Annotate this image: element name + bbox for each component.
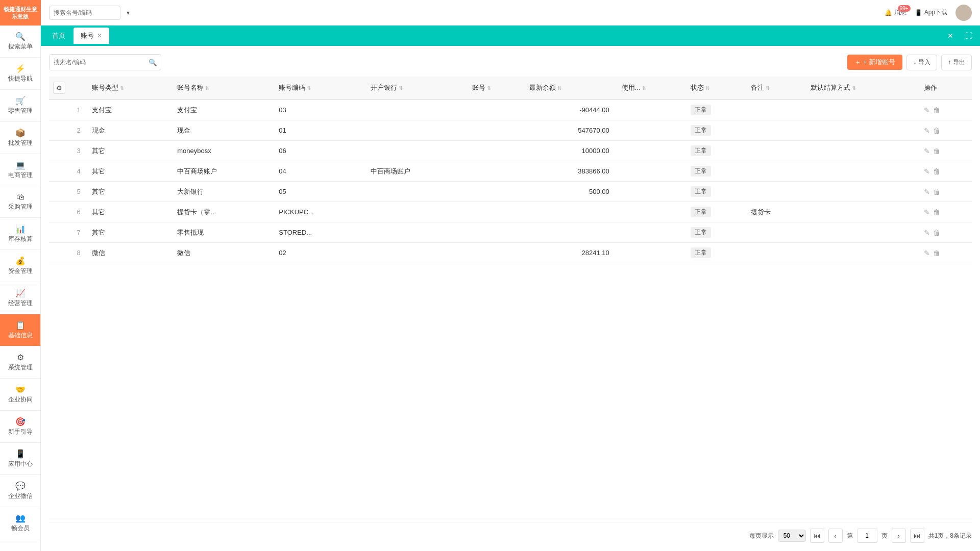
col-usage-sort[interactable]: 使用... ⇅ [622,83,682,92]
delete-icon-6[interactable]: 🗑 [933,229,940,237]
col-remark-label: 备注 [751,83,764,92]
sidebar-item-4[interactable]: 💻电商管理 [0,154,40,186]
delete-icon-1[interactable]: 🗑 [933,127,940,135]
delete-icon-3[interactable]: 🗑 [933,167,940,176]
add-account-button[interactable]: ＋ + 新增账号 [847,55,902,70]
sidebar-item-11[interactable]: 🤝企业协同 [0,379,40,411]
status-badge-2: 正常 [691,145,711,156]
sidebar-item-5[interactable]: 🛍采购管理 [0,186,40,218]
cell-name-4: 大新银行 [173,182,275,202]
sort-icon-type: ⇅ [120,85,124,91]
top-search-input[interactable] [49,6,120,20]
sidebar-item-6[interactable]: 📊库存核算 [0,218,40,250]
bell-icon: 🔔 [885,9,892,16]
delete-icon-0[interactable]: 🗑 [933,106,940,114]
col-name-label: 账号名称 [177,83,204,92]
col-bank-sort[interactable]: 开户银行 ⇅ [371,83,464,92]
accounts-table: ⚙ 账号类型 ⇅ 账号名称 ⇅ [49,77,972,263]
cell-settlement-4 [806,182,920,202]
sidebar-item-10[interactable]: ⚙系统管理 [0,346,40,379]
sidebar-item-12[interactable]: 🎯新手引导 [0,411,40,443]
tab-0[interactable]: 首页 [45,28,72,43]
edit-icon-3[interactable]: ✎ [924,167,930,176]
sidebar-icon-6: 📊 [2,224,38,234]
sidebar-item-3[interactable]: 📦批发管理 [0,122,40,154]
search-button[interactable]: 🔍 [144,54,161,70]
last-page-button[interactable]: ⏭ [910,529,924,543]
sidebar-item-8[interactable]: 📈经营管理 [0,282,40,314]
import-button[interactable]: ↓ 导入 [906,55,937,70]
sidebar-icon-2: 🛒 [2,96,38,106]
delete-icon-5[interactable]: 🗑 [933,208,940,216]
edit-icon-1[interactable]: ✎ [924,127,930,135]
delete-icon-2[interactable]: 🗑 [933,147,940,155]
col-status-sort[interactable]: 状态 ⇅ [691,83,743,92]
maximize-icon[interactable]: ⛶ [962,29,976,43]
sidebar-item-9[interactable]: 📋基础信息 [0,314,40,346]
sidebar-item-0[interactable]: 🔍搜索菜单 [0,26,40,58]
col-account-sort[interactable]: 账号 ⇅ [472,83,521,92]
sidebar-item-7[interactable]: 💰资金管理 [0,250,40,282]
edit-icon-4[interactable]: ✎ [924,188,930,196]
close-tab-icon[interactable]: ✕ [943,29,958,43]
cell-bank-2 [366,141,468,161]
cell-name-5: 提货卡（零... [173,202,275,222]
col-settlement-sort[interactable]: 默认结算方式 ⇅ [811,83,916,92]
delete-icon-7[interactable]: 🗑 [933,249,940,257]
col-type-sort[interactable]: 账号类型 ⇅ [92,83,169,92]
col-remark-sort[interactable]: 备注 ⇅ [751,83,802,92]
cell-settlement-0 [806,99,920,120]
cell-usage-3 [618,161,687,182]
col-name-sort[interactable]: 账号名称 ⇅ [177,83,271,92]
account-search-input[interactable] [50,55,144,70]
cell-actions-0: ✎ 🗑 [920,99,972,120]
first-page-button[interactable]: ⏮ [810,529,824,543]
export-button[interactable]: ↑ 导出 [941,55,972,70]
sidebar-item-2[interactable]: 🛒零售管理 [0,90,40,122]
edit-icon-5[interactable]: ✎ [924,208,930,216]
next-page-button[interactable]: › [892,529,906,543]
edit-icon-7[interactable]: ✎ [924,249,930,257]
prev-page-button[interactable]: ‹ [828,529,843,543]
page-number-input[interactable] [857,529,877,543]
user-avatar[interactable] [955,5,972,21]
cell-name-0: 支付宝 [173,99,275,120]
cell-type-2: 其它 [88,141,173,161]
status-badge-6: 正常 [691,227,711,238]
messages-button[interactable]: 🔔 消息 99+ [885,8,906,17]
edit-icon-2[interactable]: ✎ [924,147,930,155]
sort-icon-account: ⇅ [487,85,491,91]
cell-account-5 [468,202,525,222]
sidebar-item-1[interactable]: ⚡快捷导航 [0,58,40,90]
sidebar-icon-7: 💰 [2,256,38,266]
cell-actions-6: ✎ 🗑 [920,222,972,243]
status-badge-7: 正常 [691,247,711,258]
sidebar-label-15: 畅会员 [2,524,38,533]
cell-remark-7 [747,243,806,263]
page-label: 第 [847,532,853,540]
col-code-sort[interactable]: 账号编码 ⇅ [279,83,362,92]
app-download-button[interactable]: 📱 App下载 [915,8,947,17]
delete-icon-4[interactable]: 🗑 [933,188,940,196]
edit-icon-0[interactable]: ✎ [924,106,930,114]
cell-status-7: 正常 [687,243,747,263]
col-settings-button[interactable]: ⚙ [53,82,65,94]
search-icon: 🔍 [149,59,157,66]
sidebar-item-15[interactable]: 👥畅会员 [0,507,40,539]
sidebar-item-13[interactable]: 📱应用中心 [0,443,40,475]
table-row: 1 支付宝 支付宝 03 -90444.00 正常 ✎ 🗑 [49,99,972,120]
cell-settings-5 [49,202,69,222]
cell-status-0: 正常 [687,99,747,120]
sidebar-item-14[interactable]: 💬企业微信 [0,475,40,507]
top-bar-dropdown[interactable]: ▾ [127,9,130,16]
tab-1[interactable]: 账号✕ [74,28,109,44]
edit-icon-6[interactable]: ✎ [924,229,930,237]
app-download-label: App下载 [924,8,947,17]
sidebar-label-3: 批发管理 [2,139,38,147]
app-logo: 畅捷通财生意乐意版 [0,0,41,26]
col-name: 账号名称 ⇅ [173,77,275,99]
tab-close-1[interactable]: ✕ [97,33,102,39]
page-size-select[interactable]: 50 10 20 100 [778,530,806,542]
sidebar-label-14: 企业微信 [2,492,38,500]
col-balance-sort[interactable]: 最新余额 ⇅ [529,83,614,92]
